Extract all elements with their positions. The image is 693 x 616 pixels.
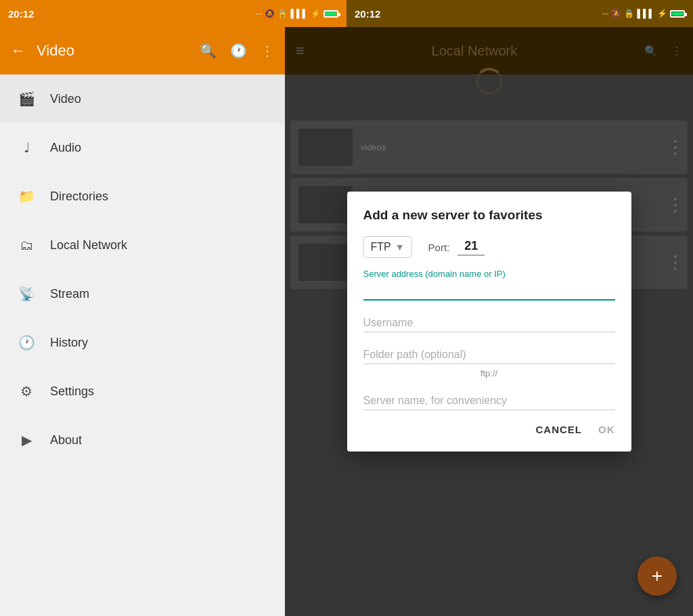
signal-dots-right-icon: ··· xyxy=(602,9,608,18)
ok-button[interactable]: OK xyxy=(598,424,615,435)
battery-icon-left xyxy=(323,10,338,18)
username-input[interactable] xyxy=(363,314,615,332)
drawer-header-icons: 🔍 🕐 ⋮ xyxy=(200,43,274,59)
drawer: ← Video 🔍 🕐 ⋮ 🎬Video♩Audio📁Directories🗂L… xyxy=(0,27,285,616)
network-icon: 🗂 xyxy=(16,235,37,255)
drawer-header: ← Video 🔍 🕐 ⋮ xyxy=(0,27,285,74)
sidebar-item-label-directories: Directories xyxy=(50,190,108,204)
protocol-select[interactable]: FTP ▼ xyxy=(363,236,412,258)
protocol-dropdown-arrow: ▼ xyxy=(395,242,405,252)
sidebar-item-local-network[interactable]: 🗂Local Network xyxy=(0,221,285,269)
sidebar-item-label-about: About xyxy=(50,433,82,447)
add-server-dialog: Add a new server to favorites FTP ▼ Port… xyxy=(347,192,631,452)
music-icon: ♩ xyxy=(16,137,37,158)
dialog-title: Add a new server to favorites xyxy=(363,208,615,223)
status-icons-left: ··· 🔕 🔒 ▌▌▌ ⚡ xyxy=(255,9,338,18)
more-icon[interactable]: ⋮ xyxy=(261,43,274,59)
time-left: 20:12 xyxy=(8,8,34,20)
protocol-port-row: FTP ▼ Port: 21 xyxy=(363,236,615,258)
stream-icon: 📡 xyxy=(16,284,37,304)
server-name-input[interactable] xyxy=(363,392,615,410)
sidebar-item-settings[interactable]: ⚙Settings xyxy=(0,367,285,416)
back-button[interactable]: ← xyxy=(11,42,26,60)
sidebar-item-label-local-network: Local Network xyxy=(50,238,127,252)
port-value: 21 xyxy=(457,239,485,256)
sidebar-item-video[interactable]: 🎬Video xyxy=(0,74,285,123)
silent-right-icon: 🔕 xyxy=(611,9,621,18)
search-icon[interactable]: 🔍 xyxy=(200,43,217,59)
sidebar-item-directories[interactable]: 📁Directories xyxy=(0,172,285,221)
settings-icon: ⚙ xyxy=(16,381,37,401)
sidebar-item-label-settings: Settings xyxy=(50,384,94,399)
server-address-group: Server address (domain name or IP) xyxy=(363,269,615,301)
server-address-input[interactable] xyxy=(363,282,615,301)
status-bar: 20:12 ··· 🔕 🔒 ▌▌▌ ⚡ 20:12 ··· 🔕 🔒 ▌▌▌ ⚡ xyxy=(0,0,693,27)
status-bar-right: 20:12 ··· 🔕 🔒 ▌▌▌ ⚡ xyxy=(346,0,693,27)
folder-icon: 📁 xyxy=(16,186,37,206)
sidebar-item-label-audio: Audio xyxy=(50,141,81,155)
sidebar-item-label-history: History xyxy=(50,336,88,350)
drawer-nav: 🎬Video♩Audio📁Directories🗂Local Network📡S… xyxy=(0,74,285,616)
charging-icon: ⚡ xyxy=(311,9,321,18)
history-icon: 🕐 xyxy=(16,332,37,353)
lock-right-icon: 🔒 xyxy=(624,9,634,18)
status-bar-left: 20:12 ··· 🔕 🔒 ▌▌▌ ⚡ xyxy=(0,0,346,27)
signal-bar-right-icon: ▌▌▌ xyxy=(637,9,654,18)
time-right: 20:12 xyxy=(355,8,380,20)
sidebar-item-history[interactable]: 🕐History xyxy=(0,318,285,367)
sidebar-item-label-video: Video xyxy=(50,92,81,106)
dialog-actions: CANCEL OK xyxy=(363,424,615,435)
about-icon: ▶ xyxy=(16,430,37,450)
right-panel: ≡ Local Network 🔍 ⋮ videos xyxy=(285,27,693,616)
signal-dots-icon: ··· xyxy=(255,9,262,18)
folder-hint: ftp:// xyxy=(363,368,615,378)
protocol-label: FTP xyxy=(371,241,391,253)
port-label: Port: xyxy=(428,242,450,253)
sidebar-item-label-stream: Stream xyxy=(50,287,89,301)
sidebar-item-stream[interactable]: 📡Stream xyxy=(0,269,285,318)
silent-icon: 🔕 xyxy=(265,9,275,18)
drawer-title: Video xyxy=(37,42,189,60)
server-name-group xyxy=(363,392,615,410)
battery-icon-right xyxy=(670,10,685,18)
main-area: ← Video 🔍 🕐 ⋮ 🎬Video♩Audio📁Directories🗂L… xyxy=(0,27,693,616)
status-icons-right: ··· 🔕 🔒 ▌▌▌ ⚡ xyxy=(602,9,685,18)
charging-right-icon: ⚡ xyxy=(657,9,667,18)
username-group xyxy=(363,314,615,332)
cancel-button[interactable]: CANCEL xyxy=(536,424,583,435)
folder-path-input[interactable] xyxy=(363,346,615,364)
film-icon: 🎬 xyxy=(16,89,37,109)
signal-bar-icon: ▌▌▌ xyxy=(290,9,308,18)
lock-icon: 🔒 xyxy=(277,9,288,18)
sidebar-item-about[interactable]: ▶About xyxy=(0,416,285,464)
sidebar-item-audio[interactable]: ♩Audio xyxy=(0,123,285,172)
server-address-label: Server address (domain name or IP) xyxy=(363,269,615,279)
folder-path-group: ftp:// xyxy=(363,346,615,378)
history-icon[interactable]: 🕐 xyxy=(230,43,247,59)
fab-add-button[interactable]: + xyxy=(638,556,677,596)
